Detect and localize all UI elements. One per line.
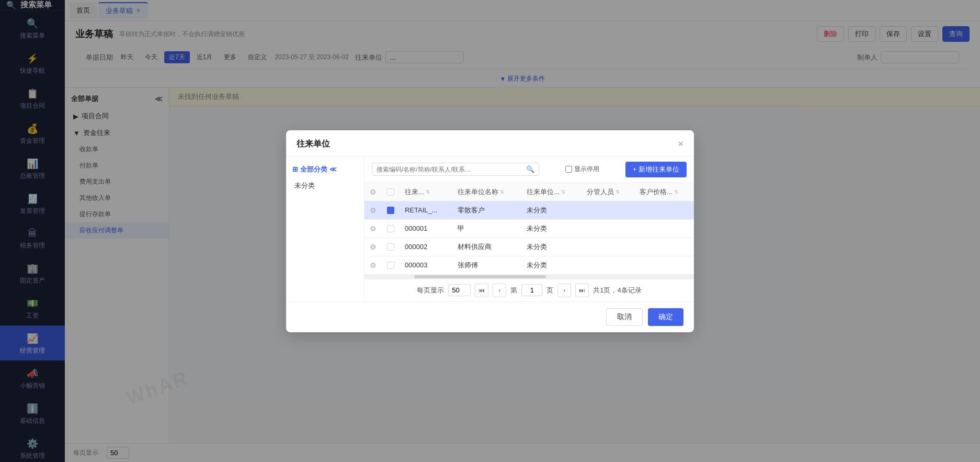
first-page-button[interactable]: ⏮ bbox=[475, 284, 488, 297]
row-check[interactable] bbox=[387, 225, 394, 232]
row-settings: ⚙ bbox=[364, 238, 382, 256]
sort-icon4: ⇅ bbox=[616, 189, 620, 195]
sort-icon: ⇅ bbox=[426, 189, 430, 195]
search-icon: 🔍 bbox=[526, 165, 534, 173]
table-row[interactable]: ⚙ RETAIL_... 零散客户 未分类 bbox=[364, 201, 694, 219]
total-info: 共1页，4条记录 bbox=[593, 286, 641, 295]
row-name: 甲 bbox=[452, 219, 522, 238]
sort-icon3: ⇅ bbox=[561, 189, 565, 195]
sort-icon5: ⇅ bbox=[674, 189, 678, 195]
col-name-header: 往来单位名称⇅ bbox=[452, 183, 522, 201]
show-disabled-checkbox[interactable] bbox=[565, 166, 572, 173]
row-category: 未分类 bbox=[521, 201, 581, 219]
row-gear-icon: ⚙ bbox=[370, 206, 377, 215]
modal-footer: 取消 确定 bbox=[286, 301, 694, 332]
modal-sidebar-uncategorized[interactable]: 未分类 bbox=[286, 177, 364, 194]
row-code: 000001 bbox=[400, 219, 452, 238]
modal-body: ⊞ 全部分类 ≪ 未分类 🔍 显示停用 bbox=[286, 156, 694, 301]
page-size-text: 每页显示 bbox=[417, 286, 444, 295]
row-manager bbox=[582, 201, 634, 219]
row-category: 未分类 bbox=[521, 256, 581, 274]
confirm-button[interactable]: 确定 bbox=[648, 308, 683, 326]
col-manager-header: 分管人员⇅ bbox=[582, 183, 634, 201]
row-gear-icon: ⚙ bbox=[370, 243, 377, 251]
modal-overlay[interactable]: 往来单位 × ⊞ 全部分类 ≪ 未分类 bbox=[0, 0, 980, 462]
row-gear-icon: ⚙ bbox=[370, 261, 377, 269]
partner-modal: 往来单位 × ⊞ 全部分类 ≪ 未分类 bbox=[286, 130, 694, 332]
row-category: 未分类 bbox=[521, 219, 581, 238]
table-row[interactable]: ⚙ 000003 张师傅 未分类 bbox=[364, 256, 694, 274]
row-check[interactable] bbox=[387, 207, 394, 214]
table-row[interactable]: ⚙ 000002 材料供应商 未分类 bbox=[364, 238, 694, 256]
row-name: 零散客户 bbox=[452, 201, 522, 219]
modal-sidebar: ⊞ 全部分类 ≪ 未分类 bbox=[286, 156, 364, 301]
add-partner-button[interactable]: + 新增往来单位 bbox=[625, 162, 687, 177]
row-check[interactable] bbox=[387, 243, 394, 251]
row-settings: ⚙ bbox=[364, 219, 382, 238]
cancel-button[interactable]: 取消 bbox=[606, 308, 643, 326]
modal-page-size-select[interactable]: 50 bbox=[448, 284, 471, 296]
show-disabled-label: 显示停用 bbox=[574, 165, 599, 174]
uncategorized-label: 未分类 bbox=[294, 182, 315, 189]
row-code: 000003 bbox=[400, 256, 452, 274]
grid-icon: ⊞ bbox=[292, 165, 298, 173]
col-code-header: 往来...⇅ bbox=[400, 183, 452, 201]
row-checkbox[interactable] bbox=[382, 256, 400, 274]
col-category-header: 往来单位...⇅ bbox=[521, 183, 581, 201]
row-check[interactable] bbox=[387, 262, 394, 269]
sort-icon2: ⇅ bbox=[500, 189, 504, 195]
row-price bbox=[634, 238, 694, 256]
settings-icon[interactable]: ⚙ bbox=[370, 188, 377, 196]
select-all-checkbox[interactable] bbox=[387, 188, 394, 196]
modal-pagination: 每页显示 50 ⏮ ‹ 第 页 › ⏭ 共1页，4条记录 bbox=[364, 279, 694, 301]
row-checkbox[interactable] bbox=[382, 201, 400, 219]
next-page-button[interactable]: › bbox=[557, 284, 571, 297]
table-row[interactable]: ⚙ 000001 甲 未分类 bbox=[364, 219, 694, 238]
modal-sidebar-all-label: 全部分类 bbox=[300, 165, 327, 174]
page-unit: 页 bbox=[546, 286, 553, 295]
row-gear-icon: ⚙ bbox=[370, 224, 377, 233]
row-price bbox=[634, 201, 694, 219]
row-code: RETAIL_... bbox=[400, 201, 452, 219]
row-category: 未分类 bbox=[521, 238, 581, 256]
last-page-button[interactable]: ⏭ bbox=[575, 284, 589, 297]
row-code: 000002 bbox=[400, 238, 452, 256]
modal-toolbar: 🔍 显示停用 + 新增往来单位 bbox=[364, 156, 694, 183]
row-price bbox=[634, 219, 694, 238]
row-name: 张师傅 bbox=[452, 256, 522, 274]
modal-sidebar-all[interactable]: ⊞ 全部分类 ≪ bbox=[286, 162, 364, 177]
prev-page-button[interactable]: ‹ bbox=[493, 284, 506, 297]
row-manager bbox=[582, 256, 634, 274]
row-manager bbox=[582, 219, 634, 238]
row-checkbox[interactable] bbox=[382, 238, 400, 256]
page-label: 第 bbox=[510, 286, 517, 295]
search-box[interactable]: 🔍 bbox=[372, 163, 539, 176]
row-price bbox=[634, 256, 694, 274]
row-checkbox[interactable] bbox=[382, 219, 400, 238]
modal-title: 往来单位 bbox=[297, 139, 330, 150]
page-input[interactable] bbox=[521, 284, 542, 296]
row-settings: ⚙ bbox=[364, 201, 382, 219]
modal-header: 往来单位 × bbox=[286, 130, 694, 156]
row-settings: ⚙ bbox=[364, 256, 382, 274]
col-price-header: 客户价格...⇅ bbox=[634, 183, 694, 201]
modal-sidebar-collapse-icon: ≪ bbox=[329, 165, 337, 173]
show-disabled-group[interactable]: 显示停用 bbox=[565, 165, 599, 174]
modal-main: 🔍 显示停用 + 新增往来单位 ⚙ bbox=[364, 156, 694, 301]
row-manager bbox=[582, 238, 634, 256]
modal-close-button[interactable]: × bbox=[678, 139, 683, 150]
row-name: 材料供应商 bbox=[452, 238, 522, 256]
search-input[interactable] bbox=[377, 166, 526, 173]
modal-table: ⚙ 往来...⇅ 往来单位名称⇅ 往来单位...⇅ 分管人员⇅ 客户价格...⇅… bbox=[364, 183, 694, 275]
